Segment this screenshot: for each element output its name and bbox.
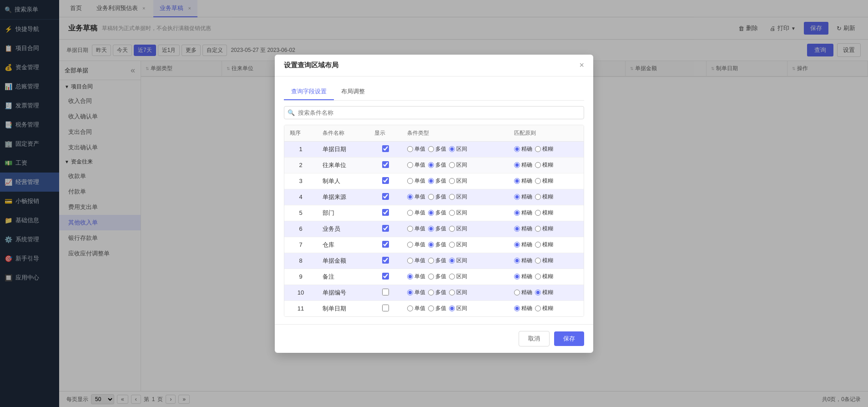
radio-cond-区间[interactable]: 区间 — [449, 241, 467, 249]
radio-cond-单值[interactable]: 单值 — [407, 193, 425, 201]
row-match-principle: 精确模糊 — [509, 300, 584, 316]
dialog-overlay[interactable]: 设置查询区域布局 × 查询字段设置布局调整 🔍 顺序条件名称显示条件类型匹配原则… — [0, 0, 868, 407]
radio-cond-区间[interactable]: 区间 — [449, 257, 467, 265]
dialog-close-button[interactable]: × — [579, 61, 584, 69]
radio-match-模糊[interactable]: 模糊 — [535, 177, 553, 185]
radio-match-精确[interactable]: 精确 — [514, 305, 532, 312]
radio-cond-多值[interactable]: 多值 — [428, 145, 446, 153]
row-show-checkbox[interactable] — [382, 305, 389, 311]
radio-match-精确[interactable]: 精确 — [514, 145, 532, 153]
row-show-cell — [369, 221, 402, 237]
radio-match-精确[interactable]: 精确 — [514, 177, 532, 185]
radio-cond-区间[interactable]: 区间 — [449, 161, 467, 169]
radio-match-模糊[interactable]: 模糊 — [535, 273, 553, 280]
row-match-principle: 精确模糊 — [509, 285, 584, 300]
radio-cond-区间[interactable]: 区间 — [449, 209, 467, 217]
radio-cond-单值[interactable]: 单值 — [407, 161, 425, 169]
cancel-button[interactable]: 取消 — [519, 331, 550, 346]
row-order: 10 — [284, 285, 317, 300]
radio-match-模糊[interactable]: 模糊 — [535, 161, 553, 169]
radio-match-模糊[interactable]: 模糊 — [535, 305, 553, 312]
row-condition-type: 单值多值区间 — [402, 237, 508, 253]
radio-cond-单值[interactable]: 单值 — [407, 177, 425, 185]
row-show-cell — [369, 285, 402, 300]
radio-cond-单值[interactable]: 单值 — [407, 241, 425, 249]
row-match-principle: 精确模糊 — [509, 141, 584, 157]
radio-match-精确[interactable]: 精确 — [514, 241, 532, 249]
row-show-cell — [369, 237, 402, 253]
row-condition-name: 部门 — [317, 205, 369, 221]
row-show-checkbox[interactable] — [382, 273, 389, 280]
radio-cond-单值[interactable]: 单值 — [407, 289, 425, 296]
row-show-checkbox[interactable] — [382, 241, 389, 248]
radio-match-模糊[interactable]: 模糊 — [535, 145, 553, 153]
radio-match-模糊[interactable]: 模糊 — [535, 209, 553, 217]
radio-cond-区间[interactable]: 区间 — [449, 145, 467, 153]
radio-match-精确[interactable]: 精确 — [514, 225, 532, 233]
radio-match-模糊[interactable]: 模糊 — [535, 241, 553, 249]
radio-cond-区间[interactable]: 区间 — [449, 177, 467, 185]
row-condition-type: 单值多值区间 — [402, 221, 508, 237]
radio-cond-多值[interactable]: 多值 — [428, 241, 446, 249]
dialog-body: 查询字段设置布局调整 🔍 顺序条件名称显示条件类型匹配原则 1单据日期单值多值区… — [275, 76, 593, 324]
radio-cond-单值[interactable]: 单值 — [407, 273, 425, 280]
radio-match-精确[interactable]: 精确 — [514, 273, 532, 280]
radio-match-精确[interactable]: 精确 — [514, 257, 532, 265]
radio-match-精确[interactable]: 精确 — [514, 161, 532, 169]
radio-match-精确[interactable]: 精确 — [514, 289, 532, 296]
radio-cond-单值[interactable]: 单值 — [407, 145, 425, 153]
radio-cond-单值[interactable]: 单值 — [407, 225, 425, 233]
radio-cond-多值[interactable]: 多值 — [428, 209, 446, 217]
radio-match-模糊[interactable]: 模糊 — [535, 289, 553, 296]
radio-match-精确[interactable]: 精确 — [514, 193, 532, 201]
dialog-save-button[interactable]: 保存 — [554, 331, 584, 346]
row-show-checkbox[interactable] — [382, 145, 389, 152]
radio-cond-区间[interactable]: 区间 — [449, 193, 467, 201]
row-condition-name: 业务员 — [317, 221, 369, 237]
radio-cond-多值[interactable]: 多值 — [428, 161, 446, 169]
row-show-checkbox[interactable] — [382, 225, 389, 232]
radio-cond-多值[interactable]: 多值 — [428, 193, 446, 201]
radio-cond-多值[interactable]: 多值 — [428, 273, 446, 280]
radio-cond-多值[interactable]: 多值 — [428, 177, 446, 185]
row-condition-type: 单值多值区间 — [402, 189, 508, 205]
radio-cond-单值[interactable]: 单值 — [407, 305, 425, 312]
radio-match-模糊[interactable]: 模糊 — [535, 257, 553, 265]
radio-match-模糊[interactable]: 模糊 — [535, 225, 553, 233]
row-condition-type: 单值多值区间 — [402, 300, 508, 316]
radio-cond-区间[interactable]: 区间 — [449, 289, 467, 296]
dialog-col-匹配原则: 匹配原则 — [509, 125, 584, 142]
row-order: 5 — [284, 205, 317, 221]
radio-cond-区间[interactable]: 区间 — [449, 225, 467, 233]
dialog-tabs: 查询字段设置布局调整 — [284, 84, 584, 101]
row-show-checkbox[interactable] — [382, 289, 389, 295]
dialog-title: 设置查询区域布局 — [284, 61, 338, 70]
radio-match-模糊[interactable]: 模糊 — [535, 193, 553, 201]
row-order: 4 — [284, 189, 317, 205]
dialog-header: 设置查询区域布局 × — [275, 55, 593, 76]
row-show-checkbox[interactable] — [382, 209, 389, 216]
search-icon: 🔍 — [288, 109, 295, 116]
row-condition-name: 备注 — [317, 269, 369, 285]
row-show-checkbox[interactable] — [382, 257, 389, 264]
row-match-principle: 精确模糊 — [509, 237, 584, 253]
row-match-principle: 精确模糊 — [509, 173, 584, 189]
radio-cond-单值[interactable]: 单值 — [407, 257, 425, 265]
dialog-tab-field-settings[interactable]: 查询字段设置 — [284, 84, 334, 100]
dialog-tab-layout-adjust[interactable]: 布局调整 — [334, 84, 372, 100]
radio-cond-多值[interactable]: 多值 — [428, 305, 446, 312]
radio-cond-区间[interactable]: 区间 — [449, 305, 467, 312]
radio-cond-多值[interactable]: 多值 — [428, 225, 446, 233]
dialog-search-input[interactable] — [284, 106, 584, 119]
radio-cond-单值[interactable]: 单值 — [407, 209, 425, 217]
row-show-checkbox[interactable] — [382, 161, 389, 168]
row-show-checkbox[interactable] — [382, 177, 389, 184]
row-condition-name: 制单人 — [317, 173, 369, 189]
radio-cond-区间[interactable]: 区间 — [449, 273, 467, 280]
radio-cond-多值[interactable]: 多值 — [428, 257, 446, 265]
row-match-principle: 精确模糊 — [509, 157, 584, 173]
radio-cond-多值[interactable]: 多值 — [428, 289, 446, 296]
radio-match-精确[interactable]: 精确 — [514, 209, 532, 217]
row-show-checkbox[interactable] — [382, 193, 389, 200]
row-show-cell — [369, 173, 402, 189]
